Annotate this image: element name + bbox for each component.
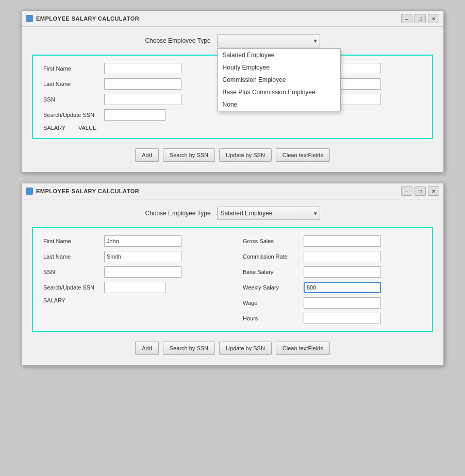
window-title-2: EMPLOYEE SALARY CALCULATOR [36, 188, 139, 194]
app-icon-1 [26, 15, 33, 22]
first-name-input-1[interactable] [104, 63, 181, 74]
employee-type-label-2: Choose Employee Type [145, 210, 210, 217]
title-bar-controls-2: – □ ✕ [401, 186, 439, 196]
salary-label-1: SALARY [43, 125, 74, 131]
window-title-1: EMPLOYEE SALARY CALCULATOR [36, 15, 139, 22]
salary-row-1: SALARY VALUE [43, 125, 222, 131]
gross-sales-label-2: Gross Sales [243, 238, 300, 244]
last-name-label-2: Last Name [43, 253, 100, 260]
search-ssn-button-2[interactable]: Search by SSN [163, 342, 215, 355]
weekly-salary-input-2[interactable] [304, 282, 381, 293]
window-body-1: Choose Employee Type Salaried Employee H… [22, 27, 443, 172]
ssn-row-2: SSN [43, 266, 222, 278]
title-bar-1: EMPLOYEE SALARY CALCULATOR – □ ✕ [22, 11, 443, 27]
dropdown-item-salaried-1[interactable]: Salaried Employee [218, 49, 340, 61]
last-name-row-2: Last Name [43, 251, 222, 262]
update-ssn-button-1[interactable]: Update by SSN [219, 148, 272, 162]
clean-button-2[interactable]: Clean textFields [276, 342, 330, 355]
dropdown-wrapper-2: Salaried Employee Hourly Employee Commis… [217, 207, 320, 220]
value-label-1: VALUE [78, 125, 96, 131]
employee-type-dropdown-2[interactable]: Salaried Employee Hourly Employee Commis… [217, 207, 320, 220]
first-name-input-2[interactable] [104, 235, 181, 247]
ssn-label-1: SSN [43, 96, 100, 103]
add-button-1[interactable]: Add [135, 148, 159, 162]
app-icon-2 [26, 188, 33, 195]
ssn-label-2: SSN [43, 269, 100, 275]
search-ssn-label-2: Search/Update SSN [43, 284, 100, 291]
form-left-2: First Name Last Name SSN Search/Update S… [43, 235, 222, 324]
hours-row-2: Hours [243, 313, 422, 324]
form-left-1: First Name Last Name SSN Search/Update S… [43, 63, 222, 131]
ssn-input-1[interactable] [104, 94, 181, 105]
gross-sales-row-2: Gross Sales [243, 235, 422, 247]
employee-type-dropdown-1[interactable]: Salaried Employee Hourly Employee Commis… [217, 34, 320, 47]
hours-input-2[interactable] [304, 313, 381, 324]
close-button-2[interactable]: ✕ [428, 186, 439, 196]
last-name-label-1: Last Name [43, 81, 100, 87]
buttons-row-1: Add Search by SSN Update by SSN Clean te… [32, 146, 433, 164]
wage-label-2: Wage [243, 300, 300, 306]
commission-rate-row-2: Commission Rate [243, 251, 422, 262]
last-name-input-1[interactable] [104, 78, 181, 90]
window-2: EMPLOYEE SALARY CALCULATOR – □ ✕ Choose … [21, 183, 444, 366]
commission-rate-label-2: Commission Rate [243, 253, 300, 260]
maximize-button-1[interactable]: □ [414, 14, 426, 23]
title-bar-2: EMPLOYEE SALARY CALCULATOR – □ ✕ [22, 183, 443, 199]
svg-rect-1 [27, 189, 32, 194]
ssn-input-2[interactable] [104, 266, 181, 278]
search-ssn-input-1[interactable] [104, 109, 166, 121]
minimize-button-1[interactable]: – [401, 14, 412, 23]
title-bar-controls-1: – □ ✕ [401, 14, 439, 23]
window-1: EMPLOYEE SALARY CALCULATOR – □ ✕ Choose … [21, 10, 444, 173]
close-button-1[interactable]: ✕ [428, 14, 439, 23]
search-ssn-row-2: Search/Update SSN [43, 282, 222, 293]
hours-label-2: Hours [243, 315, 300, 321]
clean-button-1[interactable]: Clean textFields [276, 148, 330, 162]
title-bar-left-2: EMPLOYEE SALARY CALCULATOR [26, 188, 139, 195]
first-name-label-2: First Name [43, 238, 100, 244]
wage-input-2[interactable] [304, 297, 381, 309]
form-right-2: Gross Sales Commission Rate Base Salary … [243, 235, 422, 324]
dropdown-item-commission-1[interactable]: Commission Employee [218, 74, 340, 86]
search-ssn-label-1: Search/Update SSN [43, 112, 100, 118]
window-body-2: Choose Employee Type Salaried Employee H… [22, 199, 443, 365]
maximize-button-2[interactable]: □ [414, 186, 426, 196]
ssn-row-1: SSN [43, 94, 222, 105]
salary-row-2: SALARY [43, 297, 222, 303]
salary-label-2: SALARY [43, 297, 74, 303]
commission-rate-input-2[interactable] [304, 251, 381, 262]
base-salary-row-2: Base Salary [243, 266, 422, 278]
base-salary-label-2: Base Salary [243, 269, 300, 275]
title-bar-left-1: EMPLOYEE SALARY CALCULATOR [26, 15, 139, 22]
form-panel-2: First Name Last Name SSN Search/Update S… [32, 227, 433, 332]
first-name-row-1: First Name [43, 63, 222, 74]
weekly-salary-row-2: Weekly Salary [243, 282, 422, 293]
wage-row-2: Wage [243, 297, 422, 309]
dropdown-item-baseplus-1[interactable]: Base Plus Commission Employee [218, 86, 340, 98]
base-salary-input-2[interactable] [304, 266, 381, 278]
buttons-row-2: Add Search by SSN Update by SSN Clean te… [32, 339, 433, 357]
employee-type-label-1: Choose Employee Type [145, 37, 210, 44]
search-ssn-row-1: Search/Update SSN [43, 109, 222, 121]
last-name-row-1: Last Name [43, 78, 222, 90]
gross-sales-input-2[interactable] [304, 235, 381, 247]
dropdown-item-hourly-1[interactable]: Hourly Employee [218, 61, 340, 74]
dropdown-wrapper-1: Salaried Employee Hourly Employee Commis… [217, 34, 320, 47]
update-ssn-button-2[interactable]: Update by SSN [219, 342, 272, 355]
last-name-input-2[interactable] [104, 251, 181, 262]
search-ssn-button-1[interactable]: Search by SSN [163, 148, 215, 162]
add-button-2[interactable]: Add [135, 342, 159, 355]
dropdown-item-none-1[interactable]: None [218, 98, 340, 111]
search-ssn-input-2[interactable] [104, 282, 166, 293]
dropdown-menu-1: Salaried Employee Hourly Employee Commis… [217, 48, 341, 111]
employee-type-row-1: Choose Employee Type Salaried Employee H… [32, 34, 433, 47]
svg-rect-0 [27, 16, 32, 21]
weekly-salary-label-2: Weekly Salary [243, 284, 300, 291]
first-name-label-1: First Name [43, 65, 100, 72]
minimize-button-2[interactable]: – [401, 186, 412, 196]
employee-type-row-2: Choose Employee Type Salaried Employee H… [32, 207, 433, 220]
first-name-row-2: First Name [43, 235, 222, 247]
